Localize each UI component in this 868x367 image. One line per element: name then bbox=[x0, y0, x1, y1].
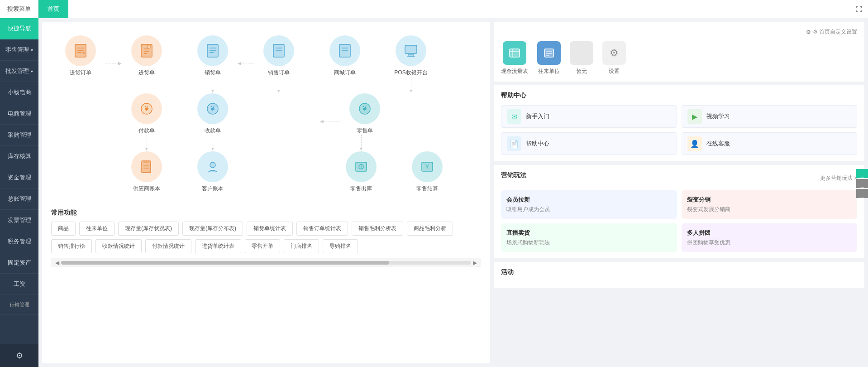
settings-icon-box: ⚙ bbox=[602, 41, 626, 65]
settings-nav-button[interactable]: ⚙ bbox=[0, 344, 38, 367]
func-btn-商品[interactable]: 商品 bbox=[51, 222, 76, 236]
func-btn-销货单统计表[interactable]: 销货单统计表 bbox=[247, 222, 293, 236]
func-btn-往来单位[interactable]: 往来单位 bbox=[79, 222, 114, 236]
flow-item-customer-account[interactable]: 客户账本 bbox=[188, 151, 238, 193]
search-menu[interactable]: 搜索菜单 bbox=[0, 0, 38, 18]
sidebar-item-ledger[interactable]: 总账管理 bbox=[0, 188, 38, 210]
flow-item-supplier-account[interactable]: 供应商账本 bbox=[122, 151, 172, 193]
sales-order-label: 销售订单 bbox=[268, 69, 290, 77]
common-functions-title: 常用功能 bbox=[51, 209, 481, 217]
none-icon-box bbox=[570, 41, 593, 65]
scroll-bar[interactable]: ◀ ▶ bbox=[51, 258, 481, 267]
func-btn-零售开单[interactable]: 零售开单 bbox=[245, 239, 280, 253]
sidebar-item-other[interactable]: 行销管理 bbox=[0, 295, 38, 315]
quick-nav-settings[interactable]: ⚙ 设置 bbox=[602, 41, 626, 75]
flow-item-mall-order[interactable]: 商城订单 bbox=[320, 35, 370, 77]
func-btn-现存量(库存分布表)[interactable]: 现存量(库存分布表) bbox=[182, 222, 243, 236]
flow-item-purchase-order[interactable]: 进货订单 bbox=[56, 35, 105, 77]
sidebar-item-fixed-assets[interactable]: 固定资产 bbox=[0, 252, 38, 274]
customer-service-btn[interactable]: 客服热线 bbox=[856, 169, 868, 178]
gear-icon: ⚙ bbox=[806, 29, 811, 35]
partner-icon-box bbox=[537, 41, 561, 65]
svg-rect-12 bbox=[339, 44, 350, 57]
scroll-right-arrow[interactable]: ▶ bbox=[471, 260, 479, 266]
settings-icon: ⚙ bbox=[610, 47, 619, 59]
mkt-member[interactable]: 会员拉新 吸引用户成为会员 bbox=[501, 190, 677, 219]
activity-section: 活动 bbox=[494, 262, 864, 288]
func-btn-付款情况统计[interactable]: 付款情况统计 bbox=[145, 239, 191, 253]
svg-rect-5 bbox=[207, 44, 218, 57]
help-center-item[interactable]: 📄 帮助中心 bbox=[501, 132, 677, 155]
member-desc: 吸引用户成为会员 bbox=[506, 206, 672, 213]
sidebar-item-purchase[interactable]: 采购管理 bbox=[0, 125, 38, 146]
help-label: 帮助中心 bbox=[526, 140, 549, 148]
marketing-more-link[interactable]: 更多营销玩法 > bbox=[820, 174, 857, 182]
scroll-left-arrow[interactable]: ◀ bbox=[53, 260, 61, 266]
quick-nav-partner[interactable]: 往来单位 bbox=[537, 41, 561, 75]
sidebar-item-quick-nav[interactable]: 快捷导航 bbox=[0, 18, 38, 39]
flow-item-pos[interactable]: POS收银开台 bbox=[386, 35, 436, 77]
scroll-thumb[interactable] bbox=[61, 261, 389, 265]
sidebar-item-xiaochangec[interactable]: 小畅电商 bbox=[0, 82, 38, 103]
flow-item-receipt[interactable]: ¥ 收款单 bbox=[188, 93, 238, 135]
svg-rect-37 bbox=[544, 49, 553, 57]
scroll-track[interactable] bbox=[61, 261, 471, 265]
flow-item-retail[interactable]: ¥ 零售单 bbox=[340, 93, 390, 135]
fission-desc: 裂变式发展分销商 bbox=[687, 206, 852, 213]
activity-title: 活动 bbox=[501, 268, 857, 276]
mkt-group[interactable]: 多人拼团 拼团购物享受优惠 bbox=[682, 223, 858, 252]
func-btn-门店排名[interactable]: 门店排名 bbox=[284, 239, 319, 253]
func-btn-导购排名[interactable]: 导购排名 bbox=[323, 239, 358, 253]
flow-item-sales-bill[interactable]: 销货单 bbox=[188, 35, 238, 77]
cash-flow-label: 现金流量表 bbox=[501, 68, 528, 75]
retail-out-label: 零售出库 bbox=[350, 185, 372, 193]
sidebar-item-wholesale[interactable]: 批发管理 ▾ bbox=[0, 61, 38, 82]
desktop-btn[interactable]: 桌面快捷 bbox=[856, 189, 868, 198]
sidebar-item-invoice[interactable]: 发票管理 bbox=[0, 210, 38, 231]
sidebar-item-ecom[interactable]: 电商管理 bbox=[0, 103, 38, 125]
svg-text:¥: ¥ bbox=[210, 105, 215, 112]
customize-link[interactable]: ⚙ ⚙ 首页自定义设置 bbox=[501, 28, 857, 36]
func-btn-销售订单统计表[interactable]: 销售订单统计表 bbox=[296, 222, 348, 236]
flow-diagram: 进货订单 ▶ bbox=[51, 31, 481, 202]
func-btn-销售毛利分析表[interactable]: 销售毛利分析表 bbox=[352, 222, 403, 236]
sidebar-item-retail[interactable]: 零售管理 ▾ bbox=[0, 39, 38, 61]
quick-nav-cash-flow[interactable]: 现金流量表 bbox=[501, 41, 528, 75]
quick-nav-none[interactable]: 暂无 bbox=[570, 41, 593, 75]
mall-order-label: 商城订单 bbox=[334, 69, 356, 77]
svg-rect-15 bbox=[405, 45, 417, 53]
func-btn-商品毛利分析[interactable]: 商品毛利分析 bbox=[407, 222, 453, 236]
search-menu-label: 搜索菜单 bbox=[7, 5, 31, 13]
func-btn-收款情况统计[interactable]: 收款情况统计 bbox=[95, 239, 142, 253]
help-beginner[interactable]: ✉ 新手入门 bbox=[501, 105, 677, 128]
func-btn-进货单统计表[interactable]: 进货单统计表 bbox=[195, 239, 241, 253]
svg-rect-9 bbox=[273, 44, 284, 57]
flow-item-retail-settle[interactable]: ¥ 零售结算 bbox=[402, 151, 452, 193]
sidebar-item-inventory[interactable]: 库存核算 bbox=[0, 146, 38, 167]
receipt-label: 收款单 bbox=[205, 127, 221, 135]
flow-item-payment[interactable]: ¥ 付款单 bbox=[122, 93, 172, 135]
purchase-bill-label: 进货单 bbox=[138, 69, 155, 77]
flow-item-sales-order[interactable]: 销售订单 bbox=[254, 35, 304, 77]
sidebar-item-payroll[interactable]: 工资 bbox=[0, 274, 38, 295]
func-btn-销售排行榜[interactable]: 销售排行榜 bbox=[51, 239, 92, 253]
flow-item-retail-out[interactable]: 零售出库 bbox=[336, 151, 386, 193]
sidebar-item-tax[interactable]: 税务管理 bbox=[0, 231, 38, 252]
tab-home[interactable]: 首页 bbox=[38, 0, 68, 18]
svg-text:¥: ¥ bbox=[425, 163, 429, 170]
community-btn[interactable]: 服务社区 bbox=[856, 179, 868, 188]
wholesale-arrow-icon: ▾ bbox=[31, 69, 33, 74]
fullscreen-button[interactable] bbox=[854, 5, 863, 14]
none-label: 暂无 bbox=[576, 68, 587, 75]
help-section: 帮助中心 ✉ 新手入门 ▶ 视频学习 📄 帮助中心 👤 bbox=[494, 85, 864, 161]
flow-item-purchase-bill[interactable]: 进货单 bbox=[122, 35, 172, 77]
mkt-fission[interactable]: 裂变分销 裂变式发展分销商 bbox=[682, 190, 858, 219]
mkt-live[interactable]: 直播卖货 场景式购物新玩法 bbox=[501, 223, 677, 252]
live-title: 直播卖货 bbox=[506, 229, 672, 237]
help-video[interactable]: ▶ 视频学习 bbox=[682, 105, 858, 128]
sidebar-item-finance[interactable]: 资金管理 bbox=[0, 167, 38, 188]
func-btn-现存量(库存状况表)[interactable]: 现存量(库存状况表) bbox=[118, 222, 179, 236]
group-title: 多人拼团 bbox=[687, 229, 852, 237]
online-service[interactable]: 👤 在线客服 bbox=[682, 132, 858, 155]
svg-point-28 bbox=[210, 162, 215, 168]
